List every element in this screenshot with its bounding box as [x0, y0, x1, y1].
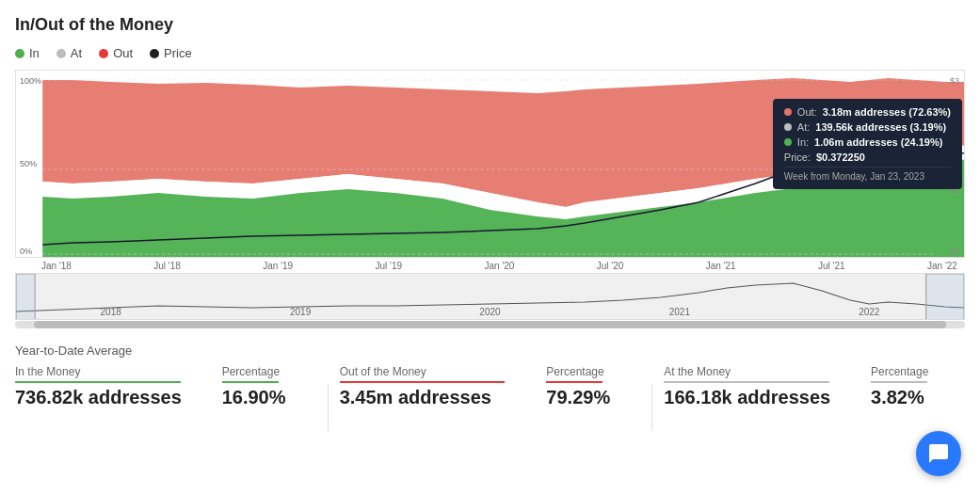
legend-in-dot — [15, 49, 24, 58]
tooltip-out-value: 3.18m addresses (72.63%) — [823, 106, 951, 118]
x-label-5: Jul '20 — [597, 261, 624, 271]
tooltip-out-row: Out: 3.18m addresses (72.63%) — [784, 106, 951, 118]
legend-price: Price — [150, 46, 192, 60]
tooltip-out-label: Out: — [797, 106, 817, 118]
stats-title: Year-to-Date Average — [15, 343, 965, 358]
tooltip-at-dot — [784, 123, 792, 131]
x-label-6: Jan '21 — [706, 261, 736, 271]
x-label-1: Jul '18 — [153, 261, 181, 271]
stat-at-pct-value: 3.82% — [871, 387, 965, 408]
stat-in-pct-col: Percentage 16.90% — [222, 365, 316, 408]
svg-text:0%: 0% — [20, 247, 32, 256]
legend-at-label: At — [71, 46, 82, 60]
legend-at-dot — [56, 49, 66, 58]
stat-in-the-money: In the Money 736.82k addresses — [15, 365, 222, 408]
stat-in-header: In the Money — [15, 365, 222, 378]
legend-out: Out — [99, 46, 133, 60]
tooltip-in-label: In: — [797, 136, 809, 148]
stat-out-the-money: Out of the Money 3.45m addresses — [340, 365, 547, 408]
tooltip-price-row: Price: $0.372250 — [784, 152, 951, 163]
svg-text:$0: $0 — [950, 247, 959, 256]
x-label-7: Jul '21 — [818, 261, 845, 271]
legend-out-dot — [99, 49, 108, 58]
stat-at-value: 166.18k addresses — [664, 387, 871, 408]
svg-rect-14 — [16, 274, 964, 320]
stats-section: Year-to-Date Average In the Money 736.82… — [15, 343, 965, 431]
main-chart-area[interactable]: 100% 50% 0% $3 $2 $1 $0 Out: 3.18m addre… — [15, 70, 965, 258]
stat-out-pct-col: Percentage 79.29% — [546, 365, 640, 408]
legend-at: At — [56, 46, 82, 60]
stat-at-header: At the Money — [664, 365, 871, 378]
tooltip-at-label: At: — [797, 121, 810, 133]
chat-icon — [927, 442, 950, 446]
stat-out-header: Out of the Money — [340, 365, 547, 378]
x-label-2: Jan '19 — [263, 261, 293, 271]
scroll-bar[interactable] — [15, 321, 965, 328]
tooltip-in-dot — [784, 138, 792, 146]
minimap-svg — [16, 274, 964, 320]
stat-out-pct-header: Percentage — [546, 365, 640, 378]
legend-in: In — [15, 46, 40, 60]
stat-out-value: 3.45m addresses — [340, 387, 547, 408]
legend-out-label: Out — [113, 46, 133, 60]
x-label-4: Jan '20 — [485, 261, 515, 271]
svg-text:$3: $3 — [950, 76, 959, 86]
tooltip-in-value: 1.06m addresses (24.19%) — [814, 136, 942, 148]
legend-price-label: Price — [164, 46, 192, 60]
legend-price-dot — [150, 49, 159, 58]
tooltip-out-dot — [784, 108, 792, 116]
stat-in-pct-value: 16.90% — [222, 387, 316, 408]
stat-in-value: 736.82k addresses — [15, 387, 222, 408]
tooltip-week: Week from Monday, Jan 23, 2023 — [784, 167, 951, 182]
tooltip-price-value: $0.372250 — [816, 152, 865, 163]
stat-out-pct-value: 79.29% — [546, 387, 640, 408]
x-label-3: Jul '19 — [376, 261, 403, 271]
svg-rect-15 — [16, 274, 35, 320]
x-label-0: Jan '18 — [41, 261, 72, 271]
minimap[interactable]: 2018 2019 2020 2021 2022 — [15, 273, 965, 320]
tooltip-in-row: In: 1.06m addresses (24.19%) — [784, 136, 951, 148]
svg-rect-16 — [926, 274, 964, 320]
stat-at-pct-col: Percentage 3.82% — [871, 365, 965, 408]
chart-tooltip: Out: 3.18m addresses (72.63%) At: 139.56… — [773, 99, 962, 189]
x-label-8: Jan '22 — [927, 261, 957, 271]
legend-in-label: In — [29, 46, 40, 60]
stat-at-pct-header: Percentage — [871, 365, 965, 378]
tooltip-at-row: At: 139.56k addresses (3.19%) — [784, 121, 951, 133]
chart-legend: In At Out Price — [15, 46, 965, 60]
page-title: In/Out of the Money — [15, 15, 965, 35]
x-axis-labels: Jan '18 Jul '18 Jan '19 Jul '19 Jan '20 … — [15, 258, 965, 271]
scroll-thumb[interactable] — [34, 321, 946, 328]
tooltip-at-value: 139.56k addresses (3.19%) — [815, 121, 946, 133]
tooltip-price-label: Price: — [784, 152, 811, 163]
svg-text:100%: 100% — [20, 76, 41, 86]
svg-text:50%: 50% — [20, 159, 37, 168]
stat-in-pct-header: Percentage — [222, 365, 316, 378]
stat-at-the-money: At the Money 166.18k addresses — [664, 365, 871, 408]
